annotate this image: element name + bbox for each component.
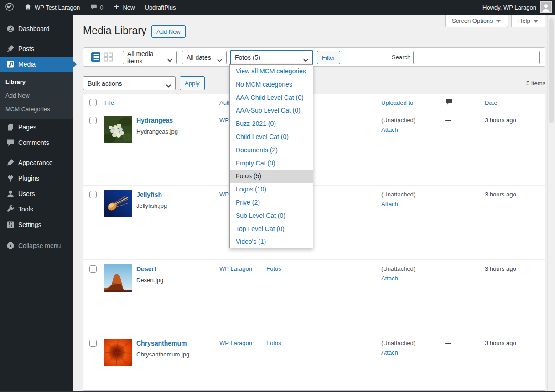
column-header-comments[interactable] (439, 98, 479, 107)
comments-cell: — (439, 111, 479, 185)
table-row: Hydrangeas Hydrangeas.jpg WP Laragon Fot… (83, 111, 545, 186)
dropdown-option[interactable]: View all MCM categories (230, 65, 313, 78)
media-title-link[interactable]: Hydrangeas (136, 117, 173, 124)
column-header-date[interactable]: Date (479, 99, 545, 106)
grid-view-button[interactable] (104, 52, 113, 62)
admin-sidebar: Dashboard Posts Media Library Add New MC… (0, 15, 73, 392)
media-title-link[interactable]: Desert (136, 265, 156, 273)
howdy-account-menu[interactable]: Howdy, WP Laragon (482, 4, 536, 11)
home-icon (24, 3, 32, 12)
collapse-menu-label: Collapse menu (18, 242, 61, 249)
dropdown-option[interactable]: Empty Cat (0) (230, 157, 313, 170)
sidebar-item-add-new[interactable]: Add New (0, 89, 73, 103)
row-checkbox[interactable] (89, 117, 97, 124)
select-all-checkbox[interactable] (89, 99, 97, 106)
bulk-actions-select[interactable]: Bulk actions (83, 76, 176, 90)
collapse-menu-button[interactable]: Collapse menu (0, 238, 73, 253)
no-comments-dash: — (445, 340, 451, 346)
wordpress-logo-menu[interactable] (0, 0, 19, 15)
date-filter-select[interactable]: All dates (182, 51, 227, 64)
dropdown-option[interactable]: Sub Level Cat (0) (230, 209, 313, 222)
dropdown-option[interactable]: Logos (10) (230, 183, 313, 196)
attach-link[interactable]: Attach (381, 275, 398, 282)
admin-menu: Dashboard Posts Media Library Add New MC… (0, 15, 73, 253)
dropdown-option[interactable]: No MCM categories (230, 78, 313, 91)
settings-sliders-icon (6, 220, 15, 229)
category-filter-select[interactable]: Fotos (5) (230, 50, 313, 65)
sidebar-item-appearance[interactable]: Appearance (0, 155, 73, 170)
sidebar-item-media[interactable]: Media (0, 57, 73, 72)
screen-options-tab[interactable]: Screen Options (445, 15, 508, 27)
menu-separator (0, 150, 73, 155)
comments-menu[interactable]: 0 (85, 0, 108, 15)
sidebar-item-dashboard[interactable]: Dashboard (0, 21, 73, 36)
chevron-down-icon (166, 82, 171, 85)
paintbrush-icon (6, 158, 15, 167)
apply-button[interactable]: Apply (180, 76, 205, 90)
category-link[interactable]: Fotos (266, 265, 281, 272)
file-cell: Chrysanthemum Chrysanthemum.jpg (99, 334, 213, 391)
sidebar-item-users[interactable]: Users (0, 186, 73, 201)
dropdown-option[interactable]: AAA-Child Level Cat (0) (230, 91, 313, 104)
sidebar-item-plugins[interactable]: Plugins (0, 170, 73, 186)
column-header-uploaded-to[interactable]: Uploaded to (375, 99, 439, 106)
list-view-button[interactable] (91, 52, 100, 62)
sidebar-label: Dashboard (18, 25, 50, 32)
page-title: Media Library (83, 25, 146, 37)
media-thumbnail-hydrangeas[interactable] (104, 116, 132, 143)
media-icon (6, 60, 15, 69)
plus-icon (113, 3, 120, 11)
sidebar-item-tools[interactable]: Tools (0, 201, 73, 217)
site-name-menu[interactable]: WP Test Laragon (19, 0, 85, 15)
items-count: 5 items (454, 80, 545, 87)
dropdown-option[interactable]: AAA-Sub Level Cat (0) (230, 104, 313, 117)
author-link[interactable]: WP Laragon (219, 265, 252, 272)
search-input[interactable] (413, 51, 540, 64)
date-value: 3 hours ago (485, 340, 516, 346)
updraftplus-menu[interactable]: UpdraftPlus (140, 0, 181, 15)
filter-button[interactable]: Filter (317, 51, 340, 64)
uploaded-to-cell: (Unattached) Attach (375, 260, 439, 334)
add-new-button[interactable]: Add New (151, 25, 186, 38)
dropdown-option[interactable]: Buzz-2021 (0) (230, 117, 313, 130)
help-tab[interactable]: Help (511, 15, 545, 27)
dropdown-option[interactable]: Prive (2) (230, 196, 313, 209)
dropdown-option[interactable]: Top Level Cat (0) (230, 222, 313, 236)
dropdown-option-selected[interactable]: Fotos (5) (230, 170, 313, 183)
category-link[interactable]: Fotos (266, 340, 281, 346)
user-avatar[interactable] (540, 1, 552, 13)
row-checkbox[interactable] (89, 265, 97, 273)
row-checkbox[interactable] (89, 340, 97, 347)
dropdown-option[interactable]: Documents (2) (230, 144, 313, 157)
media-thumbnail-chrysanthemum[interactable] (104, 339, 132, 366)
attach-link[interactable]: Attach (381, 349, 398, 356)
comment-icon (6, 138, 15, 147)
unattached-label: (Unattached) (381, 340, 415, 346)
media-title-link[interactable]: Jellyfish (136, 191, 162, 198)
media-type-select[interactable]: All media items (123, 51, 177, 64)
row-select-cell (83, 186, 99, 259)
media-thumbnail-desert[interactable] (104, 264, 132, 292)
media-thumbnail-jellyfish[interactable] (104, 190, 132, 217)
sidebar-item-pages[interactable]: Pages (0, 119, 73, 135)
sidebar-item-comments[interactable]: Comments (0, 135, 73, 150)
unattached-label: (Unattached) (381, 117, 415, 124)
scrollbar-track[interactable] (547, 15, 555, 392)
attach-link[interactable]: Attach (381, 126, 398, 133)
sidebar-label: Media (18, 61, 36, 68)
new-content-menu[interactable]: New (108, 0, 140, 15)
uploaded-to-cell: (Unattached) Attach (375, 186, 439, 259)
sidebar-item-library[interactable]: Library (0, 75, 73, 89)
sidebar-item-settings[interactable]: Settings (0, 217, 73, 232)
scrollbar-thumb[interactable] (549, 18, 554, 123)
media-filename: Desert.jpg (136, 277, 163, 284)
column-header-file[interactable]: File (99, 99, 213, 106)
row-checkbox[interactable] (89, 191, 97, 198)
sidebar-item-mcm-categories[interactable]: MCM Categories (0, 103, 73, 116)
dropdown-option[interactable]: Child Level Cat (0) (230, 130, 313, 144)
media-title-link[interactable]: Chrysanthemum (136, 340, 187, 347)
dropdown-option[interactable]: Video's (1) (230, 235, 313, 248)
sidebar-item-posts[interactable]: Posts (0, 41, 73, 57)
author-link[interactable]: WP Laragon (219, 340, 252, 346)
attach-link[interactable]: Attach (381, 201, 398, 207)
